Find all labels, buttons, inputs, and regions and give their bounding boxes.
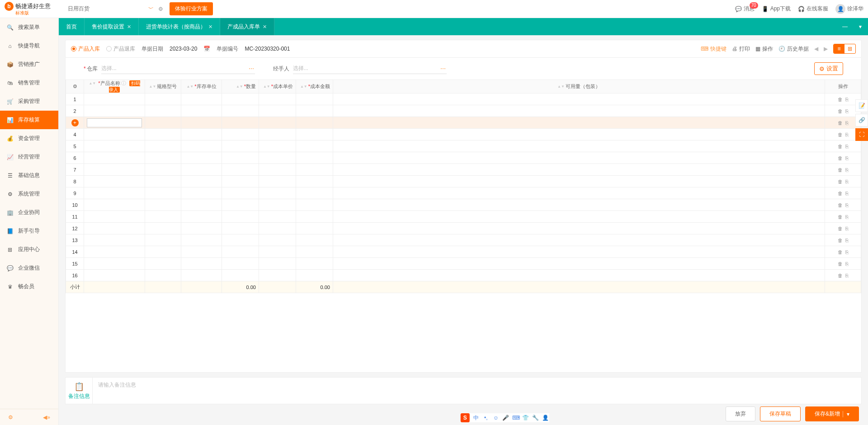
logo-icon: b — [5, 2, 14, 11]
dept-select[interactable]: 日用百货 ﹀ — [68, 3, 154, 15]
logo-text: 畅捷通好生意 — [15, 2, 51, 10]
phone-icon: 📱 — [762, 6, 769, 12]
message-icon: 💬 — [735, 6, 742, 12]
logo-subtitle: 标准版 — [15, 10, 59, 16]
app-download-label: App下载 — [770, 5, 791, 13]
online-service-label: 在线客服 — [807, 5, 828, 13]
username: 徐泽华 — [847, 5, 863, 13]
app-download-button[interactable]: 📱 App下载 — [762, 5, 791, 13]
avatar-icon: 👤 — [835, 4, 845, 14]
logo: b 畅捷通好生意 标准版 — [5, 2, 59, 16]
chevron-down-icon: ﹀ — [148, 5, 154, 13]
top-header: b 畅捷通好生意 标准版 日用百货 ﹀ ⚙ 体验行业方案 💬 消息 70 📱 A… — [0, 0, 868, 18]
gear-icon[interactable]: ⚙ — [158, 6, 163, 12]
user-menu[interactable]: 👤 徐泽华 — [835, 4, 863, 14]
experience-button[interactable]: 体验行业方案 — [170, 2, 213, 15]
dept-value: 日用百货 — [68, 5, 90, 13]
messages-badge: 70 — [750, 2, 758, 9]
online-service-button[interactable]: 🎧 在线客服 — [798, 5, 828, 13]
headset-icon: 🎧 — [798, 6, 805, 12]
header-right: 💬 消息 70 📱 App下载 🎧 在线客服 👤 徐泽华 — [735, 4, 863, 14]
messages-button[interactable]: 💬 消息 70 — [735, 5, 755, 13]
